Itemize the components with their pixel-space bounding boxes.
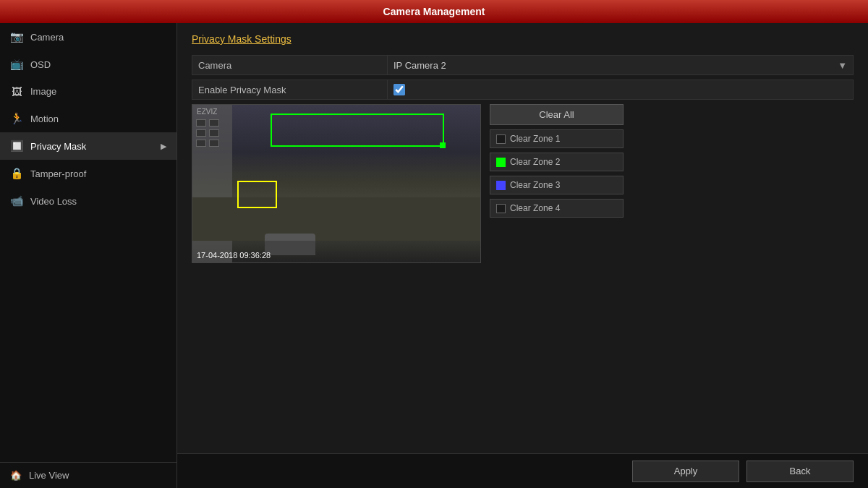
zone-controls: Clear All Clear Zone 1 Clear Zone 2 Clea… bbox=[490, 104, 624, 263]
zone-3-checkbox[interactable] bbox=[496, 181, 506, 190]
title-text: Camera Management bbox=[383, 6, 485, 17]
chevron-right-icon: ▶ bbox=[161, 142, 166, 151]
zone-4-checkbox[interactable] bbox=[496, 204, 506, 213]
sidebar-item-tamper-proof[interactable]: 🔒 Tamper-proof bbox=[0, 160, 176, 187]
sidebar-label-osd: OSD bbox=[30, 59, 51, 70]
zone-1-resize-handle[interactable] bbox=[440, 142, 446, 148]
sidebar-label-motion: Motion bbox=[30, 114, 59, 124]
enable-label: Enable Privacy Mask bbox=[192, 80, 387, 100]
zone-row-2[interactable]: Clear Zone 2 bbox=[490, 153, 624, 171]
motion-icon: 🏃 bbox=[10, 112, 23, 125]
live-view-button[interactable]: 🏠 Live View bbox=[0, 462, 176, 488]
ground bbox=[192, 197, 480, 241]
title-bar: Camera Management bbox=[0, 0, 868, 23]
camera-row: Camera IP Camera 2 ▼ bbox=[192, 55, 854, 75]
page-title: Privacy Mask Settings bbox=[192, 33, 854, 45]
content-area: Privacy Mask Settings Camera IP Camera 2… bbox=[177, 23, 868, 488]
image-icon: 🖼 bbox=[10, 85, 23, 98]
car bbox=[265, 234, 315, 255]
enable-value-container bbox=[387, 80, 854, 100]
building-windows bbox=[196, 119, 225, 150]
apply-button[interactable]: Apply bbox=[632, 461, 739, 482]
live-view-icon: 🏠 bbox=[10, 470, 22, 481]
sidebar-item-motion[interactable]: 🏃 Motion bbox=[0, 105, 176, 132]
sidebar: 📷 Camera 📺 OSD 🖼 Image 🏃 Motion 🔲 Privac… bbox=[0, 23, 177, 488]
zone-1-label: Clear Zone 1 bbox=[510, 134, 560, 144]
sidebar-item-image[interactable]: 🖼 Image bbox=[0, 78, 176, 105]
zone-row-3[interactable]: Clear Zone 3 bbox=[490, 176, 624, 194]
sidebar-item-video-loss[interactable]: 📹 Video Loss bbox=[0, 187, 176, 215]
sidebar-item-camera[interactable]: 📷 Camera bbox=[0, 23, 176, 51]
timestamp: 17-04-2018 09:36:28 bbox=[197, 251, 271, 260]
back-button[interactable]: Back bbox=[746, 461, 854, 482]
zone-2-checkbox[interactable] bbox=[496, 158, 506, 167]
main-layout: 📷 Camera 📺 OSD 🖼 Image 🏃 Motion 🔲 Privac… bbox=[0, 23, 868, 488]
enable-row: Enable Privacy Mask bbox=[192, 80, 854, 100]
camera-label: Camera bbox=[192, 55, 387, 75]
sidebar-label-tamper: Tamper-proof bbox=[30, 168, 86, 179]
sidebar-item-osd[interactable]: 📺 OSD bbox=[0, 51, 176, 78]
camera-icon: 📷 bbox=[10, 30, 23, 43]
clear-all-button[interactable]: Clear All bbox=[490, 104, 624, 125]
zone-2-overlay[interactable] bbox=[237, 181, 277, 208]
sidebar-label-image: Image bbox=[30, 86, 56, 97]
sidebar-item-privacy-mask[interactable]: 🔲 Privacy Mask ▶ bbox=[0, 132, 176, 160]
camera-value-container: IP Camera 2 ▼ bbox=[387, 55, 854, 75]
zone-4-label: Clear Zone 4 bbox=[510, 203, 560, 213]
camera-value: IP Camera 2 bbox=[393, 60, 446, 71]
brand-watermark: EZVIZ bbox=[197, 108, 217, 116]
zone-row-4[interactable]: Clear Zone 4 bbox=[490, 199, 624, 218]
camera-controls: EZVIZ 17-04-2018 09:36:28 Clear All Clea… bbox=[192, 104, 854, 263]
dropdown-arrow-icon: ▼ bbox=[838, 60, 853, 71]
tamper-icon: 🔒 bbox=[10, 167, 23, 180]
sidebar-label-privacy-mask: Privacy Mask bbox=[30, 141, 86, 152]
zone-1-checkbox[interactable] bbox=[496, 134, 506, 144]
live-view-label: Live View bbox=[29, 470, 69, 481]
content-inner: Privacy Mask Settings Camera IP Camera 2… bbox=[177, 23, 868, 453]
zone-3-label: Clear Zone 3 bbox=[510, 180, 560, 190]
privacy-mask-icon: 🔲 bbox=[10, 140, 23, 153]
zone-1-overlay[interactable] bbox=[271, 114, 444, 147]
zone-row-1[interactable]: Clear Zone 1 bbox=[490, 129, 624, 148]
sidebar-label-video-loss: Video Loss bbox=[30, 196, 77, 207]
bottom-bar: Apply Back bbox=[177, 453, 868, 488]
camera-feed: EZVIZ 17-04-2018 09:36:28 bbox=[192, 104, 481, 263]
osd-icon: 📺 bbox=[10, 58, 23, 71]
zone-2-label: Clear Zone 2 bbox=[510, 157, 560, 167]
enable-checkbox[interactable] bbox=[393, 84, 405, 95]
sidebar-label-camera: Camera bbox=[30, 32, 64, 43]
video-loss-icon: 📹 bbox=[10, 194, 23, 207]
